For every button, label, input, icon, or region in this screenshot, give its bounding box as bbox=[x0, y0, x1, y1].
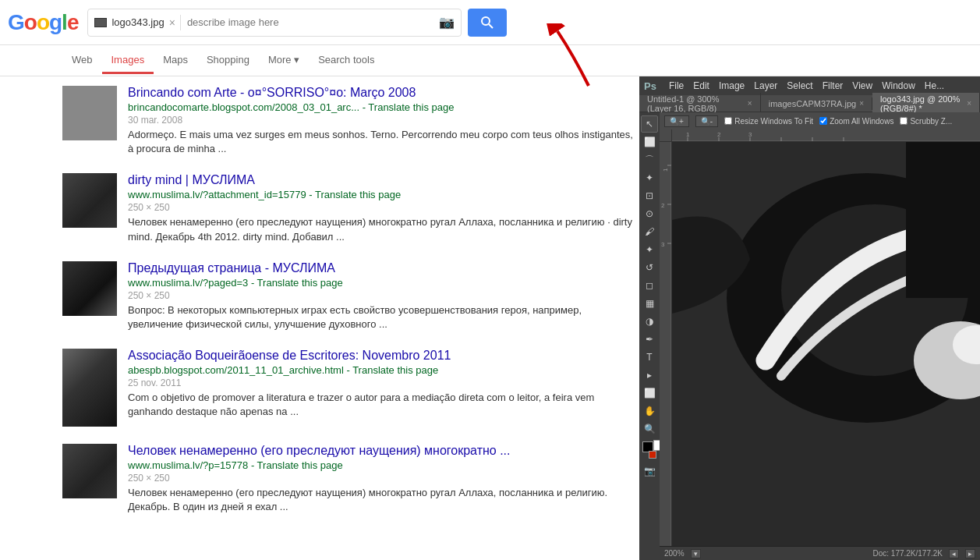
tab-more[interactable]: More ▾ bbox=[259, 48, 309, 74]
ps-menu-filter[interactable]: Filter bbox=[823, 80, 844, 91]
ps-menu-select[interactable]: Select bbox=[787, 80, 812, 91]
result-snippet: Com o objetivo de promover a literatura … bbox=[128, 391, 639, 419]
camera-search-button[interactable]: 📷 bbox=[439, 15, 455, 30]
ps-doc-nav-left[interactable]: ◂ bbox=[949, 549, 959, 558]
result-url: www.muslima.lv/?attachment_id=15779 - Tr… bbox=[128, 189, 639, 200]
result-size: 250 × 250 bbox=[128, 473, 639, 484]
ps-menu-image[interactable]: Image bbox=[719, 80, 745, 91]
result-snippet: Человек ненамеренно (его преследуют наущ… bbox=[128, 215, 639, 243]
ps-menu-window[interactable]: Window bbox=[882, 80, 915, 91]
ps-history-brush-tool[interactable]: ↺ bbox=[641, 259, 658, 276]
result-thumbnail bbox=[62, 173, 117, 228]
search-input[interactable] bbox=[187, 16, 440, 28]
ps-menu-file[interactable]: File bbox=[669, 80, 684, 91]
search-bar: logo343.jpg × 📷 bbox=[87, 9, 462, 37]
translate-link[interactable]: Translate this page bbox=[368, 101, 454, 113]
ps-pen-tool[interactable]: ✒ bbox=[641, 331, 658, 348]
ps-tab-untitled[interactable]: Untitled-1 @ 300% (Layer 16, RGB/8) × bbox=[639, 93, 761, 115]
ps-workspace: ↖ ⬜ ⌒ ✦ ⊡ ⊙ 🖌 ✦ ↺ ◻ ▦ ◑ ✒ T ▸ ⬜ ✋ 🔍 bbox=[639, 112, 980, 560]
ps-red-accent bbox=[649, 451, 656, 459]
ps-marquee-tool[interactable]: ⬜ bbox=[641, 133, 658, 151]
ps-crop-tool[interactable]: ⊡ bbox=[641, 187, 658, 204]
result-size: 250 × 250 bbox=[128, 290, 639, 301]
ps-move-tool[interactable]: ↖ bbox=[641, 115, 658, 133]
result-size: 25 nov. 2011 bbox=[128, 377, 639, 388]
ps-brush-tool[interactable]: 🖌 bbox=[641, 223, 658, 240]
ps-options-bar: 🔍+ 🔍- Resize Windows To Fit Zoom All Win… bbox=[660, 112, 980, 129]
ps-zoom-all-windows-checkbox[interactable] bbox=[819, 117, 827, 125]
ps-doc-nav-right[interactable]: ▸ bbox=[965, 549, 975, 558]
ps-path-select-tool[interactable]: ▸ bbox=[641, 367, 658, 384]
result-title[interactable]: Человек ненамеренно (его преследуют наущ… bbox=[128, 444, 639, 458]
result-url: abespb.blogspot.com/2011_11_01_archive.h… bbox=[128, 364, 639, 376]
ps-menu-edit[interactable]: Edit bbox=[693, 80, 709, 91]
ps-zoom-in-button[interactable]: 🔍+ bbox=[664, 115, 689, 127]
result-title[interactable]: Предыдущая страница - МУСЛИМА bbox=[128, 261, 639, 275]
result-title[interactable]: Brincando com Arte - o¤°SORRISO°¤o: Març… bbox=[128, 86, 639, 100]
result-thumbnail bbox=[62, 349, 117, 427]
translate-link[interactable]: Translate this page bbox=[257, 277, 343, 289]
ps-background-color[interactable] bbox=[653, 440, 660, 451]
ps-doc-info: Doc: 177.2K/177.2K bbox=[872, 549, 943, 558]
result-title[interactable]: Associação Boqueirãoense de Escritores: … bbox=[128, 349, 639, 363]
ps-shape-tool[interactable]: ⬜ bbox=[641, 385, 658, 402]
ps-tab-logo[interactable]: logo343.jpg @ 200% (RGB/8#) * × bbox=[872, 93, 980, 115]
table-row: dirty mind | МУСЛИМА www.muslima.lv/?att… bbox=[62, 173, 639, 243]
result-info: Человек ненамеренно (его преследуют наущ… bbox=[128, 444, 639, 514]
ps-menu-view[interactable]: View bbox=[852, 80, 872, 91]
tab-shopping[interactable]: Shopping bbox=[197, 48, 259, 74]
ps-tab-close[interactable]: × bbox=[859, 99, 864, 108]
tab-search-tools[interactable]: Search tools bbox=[309, 48, 384, 74]
translate-link[interactable]: Translate this page bbox=[352, 364, 438, 376]
ps-tab-close[interactable]: × bbox=[748, 99, 752, 108]
ps-zoom-dropdown-button[interactable]: ▾ bbox=[691, 549, 701, 558]
header: Google logo343.jpg × 📷 bbox=[0, 0, 980, 45]
search-results: Brincando com Arte - o¤°SORRISO°¤o: Març… bbox=[0, 76, 639, 560]
tab-images[interactable]: Images bbox=[102, 48, 154, 74]
result-url: www.muslima.lv/?p=15778 - Translate this… bbox=[128, 459, 639, 471]
tab-web[interactable]: Web bbox=[62, 48, 102, 74]
ps-zoom-out-button[interactable]: 🔍- bbox=[695, 115, 718, 127]
svg-text:2: 2 bbox=[717, 131, 721, 138]
google-logo: Google bbox=[8, 10, 78, 35]
ps-tab-images[interactable]: imagesCAPM37RA.jpg × bbox=[761, 97, 872, 110]
ps-gradient-tool[interactable]: ▦ bbox=[641, 295, 658, 312]
ps-resize-windows-checkbox[interactable] bbox=[724, 117, 732, 125]
tab-maps[interactable]: Maps bbox=[154, 48, 197, 74]
result-snippet: Человек ненамеренно (его преследуют наущ… bbox=[128, 486, 639, 514]
ps-type-tool[interactable]: T bbox=[641, 349, 658, 366]
ps-zoom-tool[interactable]: 🔍 bbox=[641, 420, 658, 438]
ps-tab-close[interactable]: × bbox=[967, 99, 971, 108]
ps-clone-tool[interactable]: ✦ bbox=[641, 241, 658, 258]
ps-menu-layer[interactable]: Layer bbox=[754, 80, 777, 91]
svg-text:2: 2 bbox=[661, 202, 665, 209]
ps-menu-help[interactable]: He... bbox=[925, 80, 944, 91]
ps-lasso-tool[interactable]: ⌒ bbox=[641, 151, 658, 168]
ps-statusbar: 200% ▾ Doc: 177.2K/177.2K ◂ ▸ bbox=[660, 546, 980, 560]
ps-scrubby-zoom-checkbox[interactable] bbox=[900, 117, 907, 125]
ps-canvas-area: 🔍+ 🔍- Resize Windows To Fit Zoom All Win… bbox=[660, 112, 980, 560]
result-info: Associação Boqueirãoense de Escritores: … bbox=[128, 349, 639, 427]
table-row: Предыдущая страница - МУСЛИМА www.muslim… bbox=[62, 261, 639, 331]
ps-spot-heal-tool[interactable]: ⊙ bbox=[641, 205, 658, 222]
result-thumbnail bbox=[62, 444, 117, 498]
search-button[interactable] bbox=[468, 9, 507, 37]
ps-dodge-tool[interactable]: ◑ bbox=[641, 313, 658, 330]
favicon-icon bbox=[94, 18, 107, 27]
svg-text:1: 1 bbox=[662, 168, 669, 172]
result-title[interactable]: dirty mind | МУСЛИМА bbox=[128, 173, 639, 187]
ps-hand-tool[interactable]: ✋ bbox=[641, 402, 658, 420]
translate-link[interactable]: Translate this page bbox=[315, 189, 401, 200]
ps-camera-tool[interactable]: 📷 bbox=[641, 463, 658, 480]
ps-eraser-tool[interactable]: ◻ bbox=[641, 277, 658, 294]
ps-ruler-top: 1 2 3 bbox=[672, 129, 980, 142]
search-filename: logo343.jpg bbox=[111, 16, 164, 28]
ps-toolbar: ↖ ⬜ ⌒ ✦ ⊡ ⊙ 🖌 ✦ ↺ ◻ ▦ ◑ ✒ T ▸ ⬜ ✋ 🔍 bbox=[639, 112, 660, 560]
translate-link[interactable]: Translate this page bbox=[257, 459, 343, 471]
clear-search-icon[interactable]: × bbox=[169, 16, 175, 29]
result-url: brincandocomarte.blogspot.com/2008_03_01… bbox=[128, 101, 639, 113]
ps-magic-wand-tool[interactable]: ✦ bbox=[641, 169, 658, 186]
result-thumbnail bbox=[62, 261, 117, 316]
svg-text:3: 3 bbox=[661, 241, 665, 248]
result-snippet: Adormeço. E mais uma vez surges em meus … bbox=[128, 128, 639, 156]
